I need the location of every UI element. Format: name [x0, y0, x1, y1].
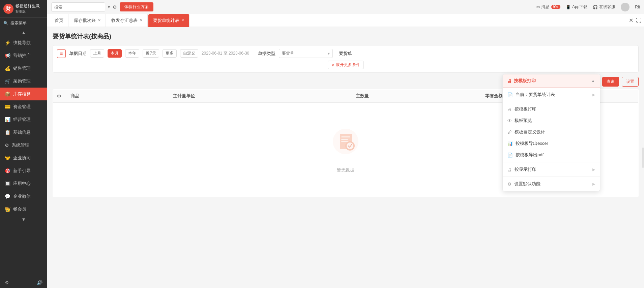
sidebar-scroll-down[interactable]: ▼	[0, 216, 47, 223]
purchase-icon: 🛒	[5, 78, 10, 84]
tab-batch-account[interactable]: 库存批次账 ✕	[69, 14, 106, 27]
tab-order-stats-close[interactable]: ✕	[181, 18, 184, 23]
sidebar-item-label: 库存核算	[13, 91, 31, 97]
username: Rit	[635, 5, 640, 9]
tab-home-label: 首页	[55, 18, 63, 24]
inventory-icon: 📦	[5, 91, 10, 97]
tab-receipt-summary-label: 收发存汇总表	[111, 18, 138, 24]
tab-receipt-summary-close[interactable]: ✕	[140, 18, 143, 23]
sidebar-sound-btn[interactable]: 🔊	[37, 280, 42, 285]
sidebar-item-label: 采购管理	[13, 78, 31, 84]
svg-rect-2	[341, 136, 350, 137]
tpd-set-default-icon: ⚙	[507, 182, 511, 187]
tab-batch-account-close[interactable]: ✕	[98, 18, 101, 23]
date-this-month[interactable]: 本月	[108, 49, 122, 58]
tpd-item-template-custom[interactable]: 🖊 模板自定义设计	[503, 126, 600, 138]
expand-more-row: ∨ 展开更多条件	[57, 61, 634, 69]
tpd-section-defaults: ⚙ 设置默认功能 ▶	[503, 177, 600, 191]
date-last-month[interactable]: 上月	[90, 49, 104, 58]
tab-order-stats[interactable]: 要货单统计表 ✕	[148, 14, 189, 27]
order-type-arrow: ▾	[328, 51, 330, 56]
sidebar-item-purchase[interactable]: 🛒 采购管理	[0, 75, 47, 88]
empty-text: 暂无数据	[337, 167, 354, 173]
col-settings[interactable]: ⚙	[53, 90, 66, 103]
topbar-dropdown-btn[interactable]: ▾	[108, 5, 110, 9]
tpd-print-label: 按模板打印	[515, 106, 536, 112]
system-icon: ⚙	[5, 142, 9, 148]
app-download-item[interactable]: 📱 App下载	[566, 4, 587, 10]
search-menu[interactable]: 🔍 搜索菜单	[0, 18, 47, 29]
marketing-icon: 📢	[5, 53, 10, 58]
sidebar-item-wechat[interactable]: 💬 企业微信	[0, 190, 47, 203]
tpd-item-template-preview[interactable]: 👁 模板预览	[503, 115, 600, 126]
sidebar-item-operations[interactable]: 📊 经营管理	[0, 113, 47, 126]
date-this-year[interactable]: 本年	[125, 49, 139, 58]
avatar[interactable]	[621, 3, 630, 11]
tpd-item-current-template[interactable]: 📄 当前：要货单统计表 ▶	[503, 89, 600, 100]
online-service-item[interactable]: 🎧 在线客服	[593, 4, 615, 10]
messages-label: 消息	[541, 4, 549, 10]
filter-expand-icon-btn[interactable]: ≡	[57, 49, 66, 58]
sidebar-item-label: 销售管理	[13, 65, 31, 71]
sidebar-item-inventory[interactable]: 📦 库存核算	[0, 88, 47, 100]
tpd-section-actions: 🖨 按模板打印 👁 模板预览 🖊 模板自定义设计	[503, 102, 600, 162]
query-btn[interactable]: 查询	[602, 77, 619, 87]
sidebar-item-member[interactable]: 👑 畅会员	[0, 203, 47, 216]
sidebar-item-guide[interactable]: 🎯 新手引导	[0, 164, 47, 177]
sidebar-item-label: 畅会员	[13, 206, 26, 212]
col-product: 商品	[66, 90, 169, 103]
tpd-item-preview-left: 👁 模板预览	[507, 118, 532, 124]
date-custom[interactable]: 自定义	[180, 49, 198, 58]
tpd-item-display-print[interactable]: 🖨 按显示打印 ▶	[503, 164, 600, 175]
tpd-item-display-left: 🖨 按显示打印	[507, 166, 536, 172]
sidebar-item-finance[interactable]: 💳 资金管理	[0, 100, 47, 113]
sidebar-item-marketing[interactable]: 📢 营销推广	[0, 49, 47, 62]
content: 要货单统计表(按商品) ≡ 单据日期 上月 本月 本年 近7天 更多 自定义 2…	[47, 27, 644, 288]
col-unit: 主计量单位	[169, 90, 352, 103]
tpd-excel-icon: 📊	[507, 141, 513, 146]
page-title: 要货单统计表(按商品)	[53, 32, 639, 40]
app-name: 畅捷通好生意	[16, 3, 40, 9]
message-icon: ✉	[536, 5, 540, 9]
tpd-item-set-default[interactable]: ⚙ 设置默认功能 ▶	[503, 178, 600, 190]
guide-icon: 🎯	[5, 168, 10, 173]
tpd-collapse-btn[interactable]: ▲	[591, 78, 595, 83]
expand-more-btn[interactable]: ∨ 展开更多条件	[328, 61, 364, 69]
sidebar-scroll-up[interactable]: ▲	[0, 29, 47, 36]
tpd-header-label: 按模板打印	[514, 78, 536, 84]
tpd-custom-label: 模板自定义设计	[515, 129, 545, 135]
expand-btn[interactable]: ⛶	[636, 17, 641, 24]
tpd-item-current-left: 📄 当前：要货单统计表	[507, 92, 555, 98]
messages-item[interactable]: ✉ 消息 99+	[536, 4, 560, 10]
tpd-item-export-pdf[interactable]: 📄 按模板导出pdf	[503, 149, 600, 161]
svg-point-6	[347, 142, 353, 149]
order-type-select[interactable]: 要货单 ▾	[279, 49, 333, 58]
close-all-btn[interactable]: ✕	[629, 17, 633, 24]
date-more[interactable]: 更多	[163, 49, 177, 58]
settings-btn[interactable]: 设置	[622, 77, 639, 87]
sidebar-item-collab[interactable]: 🤝 企业协同	[0, 152, 47, 164]
sidebar-item-apps[interactable]: 🔲 应用中心	[0, 177, 47, 190]
sidebar-item-system[interactable]: ⚙ 系统管理	[0, 139, 47, 152]
sidebar-item-quick-nav[interactable]: ⚡ 快捷导航	[0, 36, 47, 49]
tpd-preview-icon: 👁	[507, 118, 512, 123]
tpd-item-template-print[interactable]: 🖨 按模板打印	[503, 103, 600, 115]
scroll-indicator	[642, 148, 644, 168]
sidebar-settings-btn[interactable]: ⚙	[5, 280, 9, 285]
sidebar-item-basic[interactable]: 📋 基础信息	[0, 126, 47, 139]
topbar-search-input[interactable]	[51, 2, 105, 12]
tpd-display-print-label: 按显示打印	[515, 166, 536, 172]
tab-home[interactable]: 首页	[50, 14, 68, 27]
topbar-gear-btn[interactable]: ⚙	[113, 4, 117, 10]
tabbar-right-controls: ✕ ⛶	[629, 17, 641, 24]
tpd-item-export-excel[interactable]: 📊 按模板导出excel	[503, 138, 600, 149]
sidebar-item-sales[interactable]: 💰 销售管理	[0, 62, 47, 75]
date-7days[interactable]: 近7天	[143, 49, 159, 58]
trial-btn[interactable]: 体验行业方案	[120, 2, 153, 11]
tpd-item-pdf-left: 📄 按模板导出pdf	[507, 152, 544, 158]
sales-icon: 💰	[5, 66, 10, 71]
tab-order-stats-label: 要货单统计表	[153, 18, 179, 24]
sidebar-item-label: 企业微信	[13, 193, 31, 199]
logo-icon: 财	[3, 4, 13, 14]
tab-receipt-summary[interactable]: 收发存汇总表 ✕	[107, 14, 148, 27]
